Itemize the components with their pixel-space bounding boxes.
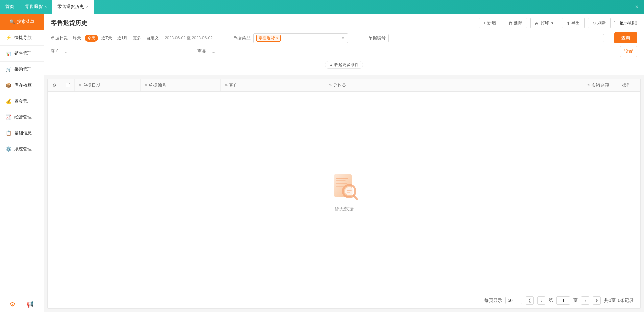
th-spacer: [405, 79, 557, 91]
filter-row-2: 客户 ... 商品 ... 设置: [51, 46, 637, 57]
empty-text: 暂无数据: [335, 206, 354, 212]
main-layout: 🔍 搜索菜单 ⚡ 快捷导航 📊 销售管理 🛒 采购管理 📦 库存核算 💰: [0, 14, 644, 312]
goods-placeholder: ...: [212, 49, 215, 54]
collapse-button[interactable]: ▲ 收起更多条件: [325, 61, 363, 69]
tab-history[interactable]: 零售退货历史 ×: [52, 0, 93, 14]
query-form: 单据日期 昨天 今天 近7天 近1月 更多 自定义 2023-06-02 至 2…: [51, 32, 637, 75]
sort-amount-icon[interactable]: ⇅: [587, 83, 590, 87]
page-size-select[interactable]: 50 10 20 100: [505, 297, 522, 304]
sidebar-search[interactable]: 🔍 搜索菜单: [0, 14, 44, 30]
tab-list: 首页 零售退货 × 零售退货历史 ×: [0, 0, 635, 14]
th-guide: ⇅ 导购员: [325, 79, 405, 91]
settings-bottom-icon[interactable]: ⚙: [10, 300, 15, 308]
page-header-top: 零售退货历史 + 新增 🗑 删除 🖨 打印 ▼ ⬆: [51, 18, 637, 28]
search-icon: 🔍: [9, 19, 15, 24]
date-btn-yesterday[interactable]: 昨天: [71, 35, 83, 42]
svg-rect-1: [336, 178, 348, 179]
sidebar-item-basic[interactable]: 📋 基础信息: [0, 125, 44, 141]
sidebar-item-quick[interactable]: ⚡ 快捷导航: [0, 30, 44, 46]
settings-button-label: 设置: [624, 48, 633, 54]
date-btn-1month[interactable]: 近1月: [115, 35, 130, 42]
delete-button[interactable]: 🗑 删除: [504, 18, 527, 28]
sidebar-item-finance[interactable]: 💰 资金管理: [0, 93, 44, 109]
date-btn-more[interactable]: 更多: [131, 35, 143, 42]
date-btn-today[interactable]: 今天: [85, 35, 98, 42]
sidebar-item-purchase[interactable]: 🛒 采购管理: [0, 62, 44, 77]
settings-button[interactable]: 设置: [620, 46, 637, 57]
th-check[interactable]: [61, 79, 75, 91]
window-close-icon[interactable]: ×: [635, 3, 639, 10]
sound-bottom-icon[interactable]: 📢: [26, 300, 34, 308]
first-page-button[interactable]: ⟪: [526, 296, 534, 305]
customer-placeholder: ...: [65, 49, 69, 54]
next-page-button[interactable]: ›: [581, 296, 589, 305]
stock-icon: 📦: [5, 82, 11, 88]
goods-input[interactable]: ...: [209, 47, 324, 55]
export-button[interactable]: ⬆ 导出: [562, 18, 585, 28]
collapse-label: 收起更多条件: [334, 62, 359, 68]
doc-num-label: 单据编号: [368, 35, 386, 41]
sidebar-item-stock[interactable]: 📦 库存核算: [0, 77, 44, 93]
show-detail-checkbox-label[interactable]: 显示明细: [614, 20, 637, 26]
collapse-up-icon: ▲: [329, 63, 333, 67]
th-amount: ⇅ 实销金额: [557, 79, 613, 91]
new-button[interactable]: + 新增: [479, 18, 500, 28]
doc-type-tag-close[interactable]: ×: [276, 36, 278, 40]
sidebar-item-stock-label: 库存核算: [14, 82, 32, 88]
column-settings-icon[interactable]: ⚙: [52, 83, 56, 88]
empty-icon: [327, 172, 361, 202]
tab-return[interactable]: 零售退货 ×: [20, 0, 52, 14]
sidebar-bottom: ⚙ 📢: [0, 296, 44, 312]
system-icon: ⚙️: [5, 146, 11, 152]
new-button-label: + 新增: [483, 20, 496, 26]
query-button[interactable]: 查询: [614, 32, 637, 43]
tab-return-close[interactable]: ×: [45, 5, 47, 9]
date-btn-custom[interactable]: 自定义: [144, 35, 161, 42]
refresh-button[interactable]: ↻ 刷新: [588, 18, 611, 28]
show-detail-checkbox[interactable]: [614, 21, 618, 25]
page-number-input[interactable]: [556, 296, 570, 305]
sidebar-item-operation-label: 经营管理: [14, 114, 32, 120]
date-btn-7days[interactable]: 近7天: [99, 35, 114, 42]
customer-label: 客户: [51, 48, 59, 54]
svg-rect-8: [347, 190, 352, 191]
doc-num-input[interactable]: [388, 34, 604, 42]
last-page-button[interactable]: ⟫: [593, 296, 601, 305]
sidebar-item-operation[interactable]: 📈 经营管理: [0, 109, 44, 125]
sort-customer-icon[interactable]: ⇅: [225, 83, 228, 87]
svg-point-6: [345, 187, 353, 195]
select-all-checkbox[interactable]: [66, 83, 70, 87]
delete-button-label: 删除: [514, 20, 523, 26]
tab-history-close[interactable]: ×: [86, 5, 88, 9]
prev-page-button[interactable]: ‹: [537, 296, 545, 305]
th-settings[interactable]: ⚙: [48, 79, 61, 91]
print-button[interactable]: 🖨 打印 ▼: [530, 18, 558, 28]
th-customer-label: 客户: [229, 82, 238, 88]
tab-home[interactable]: 首页: [0, 0, 20, 14]
doc-type-field: 单据类型 零售退货 × ▼: [233, 33, 348, 43]
sidebar-item-system[interactable]: ⚙️ 系统管理: [0, 141, 44, 157]
th-num-label: 单据编号: [149, 82, 166, 88]
sort-num-icon[interactable]: ⇅: [145, 83, 147, 87]
sidebar-item-sales[interactable]: 📊 销售管理: [0, 46, 44, 62]
svg-line-7: [354, 196, 357, 199]
export-button-label: 导出: [571, 20, 580, 26]
doc-type-chevron-icon: ▼: [341, 36, 345, 40]
table-body: 暂无数据: [48, 92, 640, 292]
doc-type-select[interactable]: 零售退货 × ▼: [253, 33, 348, 43]
sort-date-icon[interactable]: ⇅: [79, 83, 81, 87]
refresh-icon: ↻: [592, 21, 596, 26]
date-filter-label: 单据日期: [51, 35, 68, 41]
page-header: 零售退货历史 + 新增 🗑 删除 🖨 打印 ▼ ⬆: [44, 14, 644, 75]
date-filter-field: 单据日期 昨天 今天 近7天 近1月 更多 自定义 2023-06-02 至 2…: [51, 35, 213, 42]
sidebar-item-basic-label: 基础信息: [14, 130, 32, 136]
show-detail-label: 显示明细: [620, 20, 637, 26]
customer-field: 客户 ...: [51, 47, 177, 55]
th-amount-label: 实销金额: [591, 82, 609, 88]
sort-guide-icon[interactable]: ⇅: [329, 83, 332, 87]
page-label: 第: [549, 297, 553, 304]
pagination-bar: 每页显示 50 10 20 100 ⟪ ‹ 第 页 › ⟫ 共0页, 0条记录: [48, 292, 640, 308]
customer-input[interactable]: ...: [62, 47, 177, 55]
th-date-label: 单据日期: [83, 82, 100, 88]
total-info: 共0页, 0条记录: [604, 297, 634, 304]
